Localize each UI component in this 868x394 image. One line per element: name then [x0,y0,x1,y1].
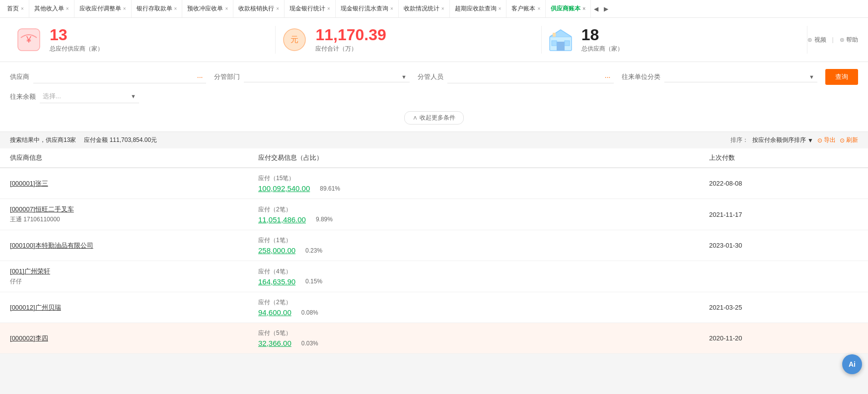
table-row: [000002]李四 应付（5笔） 32,366.00 0.03% 2020-1… [0,323,868,354]
person-filter: 分管人员 ··· [418,71,614,83]
balance-dropdown[interactable]: 选择... ▼ [40,90,139,103]
collapse-button[interactable]: ∧ 收起更多条件 [404,111,463,125]
dept-chevron-icon: ▼ [401,74,407,80]
close-receipt-stat-tab[interactable]: × [441,6,444,11]
payable-percent-6: 0.03% [301,340,318,347]
table-row: [000012]广州贝瑞 应付（2笔） 94,600.00 0.08% 2021… [0,292,868,323]
export-icon: ⊙ [817,137,822,144]
category-label: 往来单位分类 [622,72,660,81]
last-pay-6: 2020-11-20 [709,334,858,342]
payable-percent-3: 0.23% [305,247,322,254]
refresh-button[interactable]: ⊙ 刷新 [840,136,858,144]
balance-label: 往来余额 [10,92,36,101]
supplier-label: 供应商 [10,72,29,81]
dept-filter: 分管部门 ▼ [214,72,410,82]
table-header: 供应商信息 应付交易信息（占比） 上次付数 [0,148,868,168]
balance-filter: 往来余额 选择... ▼ [10,90,139,103]
summary-card-payable-suppliers: ¥ 13 总应付供应商（家） [10,26,276,54]
col-header-payable: 应付交易信息（占比） [258,153,709,162]
supplier-link-6[interactable]: [000002]李四 [10,334,258,343]
nav-tab-ar-ap-adjust[interactable]: 应收应付调整单 × [74,0,132,18]
payable-amount-3[interactable]: 258,000.00 [258,246,295,255]
export-button[interactable]: ⊙ 导出 [817,136,836,144]
close-home-tab[interactable]: × [21,6,24,11]
nav-tab-receipt-stat[interactable]: 收款情况统计 × [399,0,450,18]
col-header-lastpay: 上次付数 [709,153,858,162]
supplier-sub-2: 王通 17106110000 [10,215,258,224]
person-input[interactable]: ··· [447,71,614,83]
svg-rect-5 [557,42,565,51]
sort-chevron-icon: ▼ [807,137,813,144]
supplier-input[interactable]: ··· [33,71,206,83]
nav-tab-cash-bank-stat[interactable]: 现金银行统计 × [285,0,336,18]
supplier-info-2: [000007]恒旺二手叉车 王通 17106110000 [10,205,258,224]
close-bank-tab[interactable]: × [174,6,177,11]
nav-tab-advance-receivable[interactable]: 预收冲应收单 × [182,0,233,18]
search-button[interactable]: 查询 [825,69,858,85]
table-row: [000007]恒旺二手叉车 王通 17106110000 应付（2笔） 11,… [0,199,868,230]
payable-info-3: 应付（1笔） 258,000.00 0.23% [258,236,709,255]
close-cash-bank-flow-tab[interactable]: × [390,6,393,11]
supplier-dots-icon[interactable]: ··· [197,73,203,81]
help-link[interactable]: ⊙ 帮助 [840,36,858,44]
dept-dropdown[interactable]: ▼ [244,72,410,82]
nav-tab-cash-bank-flow[interactable]: 现金银行流水查询 × [336,0,399,18]
close-ar-ap-tab[interactable]: × [123,6,126,11]
svg-rect-8 [553,33,556,37]
supplier-info-6: [000002]李四 [10,334,258,343]
nav-prev[interactable]: ◀ [591,0,601,18]
category-dropdown[interactable]: ▼ [664,72,818,82]
nav-tab-overdue-receivable[interactable]: 超期应收款查询 × [450,0,507,18]
supplier-link-2[interactable]: [000007]恒旺二手叉车 [10,205,258,214]
result-actions: 排序： 按应付余额倒序排序 ▼ ⊙ 导出 ⊙ 刷新 [730,136,858,144]
result-amount: 应付金额 111,703,854.00元 [84,136,157,144]
supplier-link-4[interactable]: [001]广州荣轩 [10,267,258,276]
supplier-info-4: [001]广州荣轩 仔仔 [10,267,258,286]
person-label: 分管人员 [418,72,443,81]
supplier-link-5[interactable]: [000012]广州贝瑞 [10,303,258,312]
filter-row-1: 供应商 ··· 分管部门 ▼ 分管人员 ··· 往来单位分类 [10,69,858,85]
payable-info-6: 应付（5笔） 32,366.00 0.03% [258,329,709,347]
payable-label-4: 应付（4笔） [258,267,709,276]
nav-next[interactable]: ▶ [601,0,611,18]
col-header-supplier: 供应商信息 [10,153,258,162]
payable-label-6: 应付（5笔） [258,329,709,337]
svg-text:¥: ¥ [26,35,32,45]
payable-info-4: 应付（4笔） 164,635.90 0.15% [258,267,709,286]
close-receipt-verify-tab[interactable]: × [276,6,279,11]
data-table: 供应商信息 应付交易信息（占比） 上次付数 [000001]张三 应付（15笔）… [0,148,868,354]
payable-info-1: 应付（15笔） 100,092,540.00 89.61% [258,174,709,193]
payable-label-3: 应付（1笔） [258,236,709,245]
nav-tab-supplier-ledger[interactable]: 供应商账本 × [546,0,591,18]
summary-card-payable-amount: 元 11,170.39 应付合计（万） [276,26,541,54]
payable-amount-2[interactable]: 11,051,486.00 [258,215,306,224]
close-overdue-tab[interactable]: × [499,6,502,11]
card3-text: 18 总供应商（家） [581,27,623,53]
close-supplier-ledger-tab[interactable]: × [582,6,585,11]
supplier-link-1[interactable]: [000001]张三 [10,179,258,188]
card1-number: 13 [50,27,103,43]
close-other-income-tab[interactable]: × [66,6,69,11]
nav-tab-other-income[interactable]: 其他收入单 × [29,0,74,18]
payable-amount-1[interactable]: 100,092,540.00 [258,184,310,193]
result-bar: 搜索结果中，供应商13家 应付金额 111,703,854.00元 排序： 按应… [0,132,868,148]
close-customer-ledger-tab[interactable]: × [537,6,540,11]
nav-tab-home[interactable]: 首页 × [2,0,29,18]
nav-tab-customer-ledger[interactable]: 客户账本 × [506,0,546,18]
svg-rect-6 [552,41,557,46]
video-link[interactable]: ⊙ 视频 [807,36,826,44]
close-advance-tab[interactable]: × [225,6,228,11]
nav-tab-bank-deposit[interactable]: 银行存取款单 × [132,0,183,18]
supplier-info-5: [000012]广州贝瑞 [10,303,258,312]
filter-section: 供应商 ··· 分管部门 ▼ 分管人员 ··· 往来单位分类 [0,62,868,132]
close-cash-bank-stat-tab[interactable]: × [327,6,330,11]
payable-amount-5[interactable]: 94,600.00 [258,308,291,317]
sort-select[interactable]: 按应付余额倒序排序 ▼ [752,136,813,144]
supplier-link-3[interactable]: [000100]本特勤油品有限公司 [10,241,258,250]
balance-chevron-icon: ▼ [131,93,136,99]
payable-amount-6[interactable]: 32,366.00 [258,339,291,347]
person-dots-icon[interactable]: ··· [605,73,611,81]
summary-actions: ⊙ 视频 | ⊙ 帮助 [807,36,858,44]
nav-tab-receipt-verify[interactable]: 收款核销执行 × [233,0,285,18]
payable-amount-4[interactable]: 164,635.90 [258,277,295,286]
